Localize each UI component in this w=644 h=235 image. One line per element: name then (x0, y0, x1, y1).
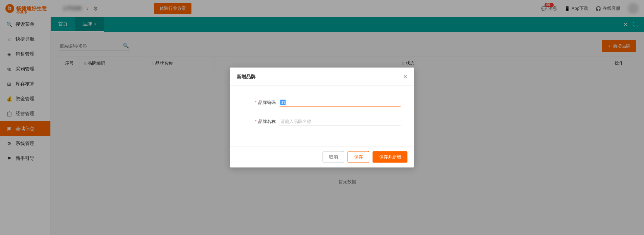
code-value: 01 (280, 100, 286, 105)
cancel-button[interactable]: 取消 (323, 151, 344, 163)
add-brand-modal: 新增品牌 ✕ *品牌编码 01 *品牌名称 取消 保存 保存并新增 (230, 68, 414, 168)
modal-body: *品牌编码 01 *品牌名称 (230, 86, 414, 146)
modal-title: 新增品牌 (237, 73, 256, 80)
name-input[interactable] (280, 117, 401, 126)
modal-footer: 取消 保存 保存并新增 (230, 146, 414, 168)
name-label: *品牌名称 (244, 119, 276, 125)
modal-header: 新增品牌 ✕ (230, 68, 414, 86)
close-icon[interactable]: ✕ (403, 73, 408, 80)
form-row-code: *品牌编码 01 (244, 98, 401, 107)
form-row-name: *品牌名称 (244, 117, 401, 126)
code-input[interactable]: 01 (280, 98, 401, 107)
save-add-button[interactable]: 保存并新增 (373, 151, 408, 163)
save-button[interactable]: 保存 (348, 151, 369, 163)
code-label: *品牌编码 (244, 100, 276, 106)
